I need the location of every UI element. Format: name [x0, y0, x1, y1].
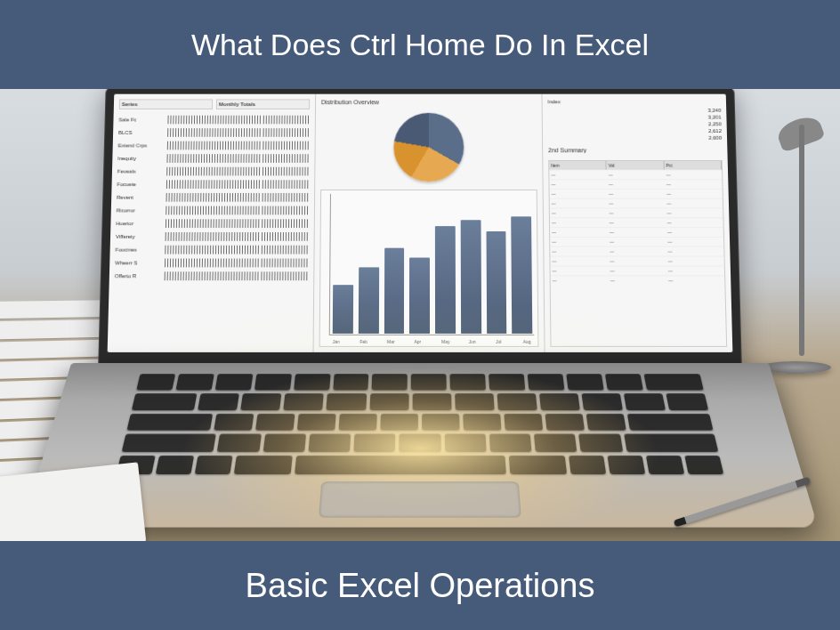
table-row: ——— — [550, 189, 723, 198]
pie-chart — [320, 109, 537, 186]
notebook-prop — [0, 462, 146, 541]
th: Item — [549, 161, 607, 170]
table-row: ——— — [551, 275, 725, 285]
summary-value: 3,201 — [708, 115, 722, 120]
col-header: Monthly Totals — [216, 99, 310, 109]
excel-screenshot: Series Monthly Totals Sale FcBLCSExtend … — [108, 94, 733, 352]
table-row: Huerior — [116, 216, 309, 230]
col-header: Series — [119, 99, 213, 109]
right-label: Index — [547, 99, 561, 104]
summary-value: 2,600 — [708, 135, 722, 141]
table-row: Revent — [117, 190, 309, 204]
table-row: ——— — [549, 179, 722, 189]
illustration-photo: Series Monthly Totals Sale FcBLCSExtend … — [0, 89, 840, 541]
table-row: Wheerr S — [115, 256, 308, 270]
bar-chart: JanFebMarAprMayJunJulAug — [319, 190, 539, 347]
table-row: Sale Fc — [118, 113, 310, 125]
right-table-title: 2nd Summary — [548, 147, 723, 153]
table-row: ——— — [550, 208, 723, 218]
bar — [409, 257, 430, 334]
bar — [511, 216, 532, 334]
summary-numbers: 3,2403,2012,2502,6122,600 — [548, 108, 723, 141]
laptop-mockup: Series Monthly Totals Sale FcBLCSExtend … — [76, 89, 765, 535]
table-row: Feveals — [117, 165, 310, 178]
table-row: ——— — [550, 198, 723, 208]
chart-section-title: Distribution Overview — [321, 99, 537, 105]
table-row: Foucines — [115, 243, 308, 256]
summary-value: 3,240 — [707, 108, 721, 113]
table-row: Inequity — [117, 151, 310, 165]
th: Val — [607, 161, 665, 170]
category-banner: Basic Excel Operations — [0, 541, 840, 630]
title-banner: What Does Ctrl Home Do In Excel — [0, 0, 840, 89]
table-row: ——— — [550, 265, 724, 275]
table-row: Vifferety — [116, 230, 309, 243]
charts-pane: Distribution Overview JanFebMarAprMayJun… — [314, 94, 545, 352]
table-row: Ricorror — [117, 204, 309, 217]
summary-value: 2,250 — [708, 121, 722, 126]
spreadsheet-left-columns: Series Monthly Totals Sale FcBLCSExtend … — [108, 94, 316, 352]
bar — [460, 221, 481, 334]
summary-table: Item Val Pct ———————————————————————————… — [548, 160, 727, 347]
table-row: ——— — [550, 237, 723, 246]
table-row: Focuete — [117, 177, 309, 190]
keyboard — [117, 374, 724, 474]
summary-pane: Index 3,2403,2012,2502,6122,600 2nd Summ… — [542, 94, 732, 352]
bar — [333, 285, 353, 334]
bar — [435, 226, 456, 334]
table-row: ——— — [550, 256, 723, 266]
category-text: Basic Excel Operations — [246, 567, 595, 605]
summary-value: 2,612 — [708, 128, 722, 133]
title-text: What Does Ctrl Home Do In Excel — [191, 28, 649, 62]
table-row: Extend Crps — [117, 139, 309, 152]
table-row: ——— — [550, 217, 723, 227]
bar — [359, 267, 379, 334]
table-row: Offerto R — [115, 269, 309, 282]
table-row: BLCS — [118, 125, 310, 138]
bar — [486, 231, 506, 334]
trackpad — [319, 481, 521, 517]
desk-lamp-prop — [760, 125, 831, 374]
table-row: ——— — [550, 227, 723, 237]
tutorial-card: What Does Ctrl Home Do In Excel Series M… — [0, 0, 840, 630]
table-row: ——— — [549, 170, 722, 180]
table-row: ——— — [550, 246, 723, 256]
laptop-screen-bezel: Series Monthly Totals Sale FcBLCSExtend … — [98, 89, 742, 365]
bar — [384, 247, 404, 334]
th: Pct — [664, 161, 722, 170]
